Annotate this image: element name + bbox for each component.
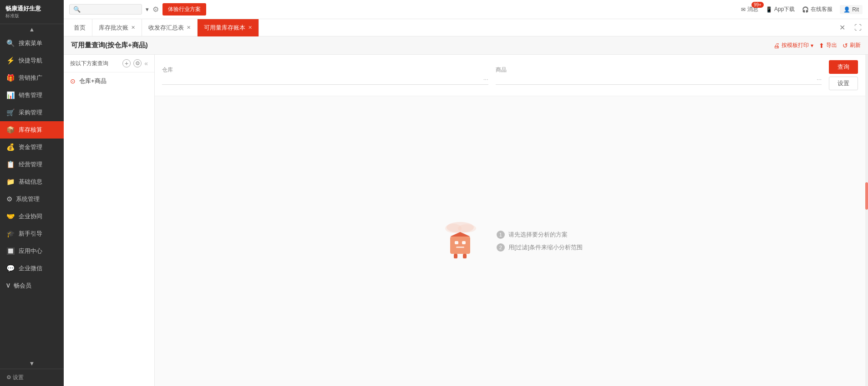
tab-summary-close[interactable]: ✕: [187, 25, 191, 31]
page-header: 可用量查询(按仓库+商品) 🖨 按模板打印 ▾ ⬆ 导出 ↺ 刷新: [64, 36, 868, 55]
sidebar-item-label: 营销推广: [19, 74, 42, 82]
sidebar-item-collab[interactable]: 🤝 企业协同: [0, 208, 64, 225]
filter-panel: 按以下方案查询 + ⚙ « ⊙ 仓库+商品: [64, 55, 155, 386]
sidebar-item-label: 库存核算: [19, 126, 42, 134]
filter-item-warehouse-product[interactable]: ⊙ 仓库+商品: [64, 72, 154, 90]
settings-btn[interactable]: 设置: [829, 77, 858, 90]
sidebar-item-guide[interactable]: 🎓 新手引导: [0, 225, 64, 242]
export-btn[interactable]: ⬆ 导出: [819, 41, 837, 49]
topbar-search-box[interactable]: 🔍: [69, 4, 142, 15]
query-bar: 仓库 ··· 商品 ··· 查询 设置: [155, 55, 865, 96]
tip-text-2: 用[过滤]条件来缩小分析范围: [508, 243, 583, 252]
tip-num-1: 1: [497, 231, 505, 239]
tab-batch-ledger-close[interactable]: ✕: [131, 25, 135, 31]
warehouse-input[interactable]: [162, 76, 482, 82]
service-btn[interactable]: 🎧 在线客服: [802, 5, 832, 13]
user-menu[interactable]: 👤 Rit: [840, 5, 863, 14]
sidebar-item-inventory[interactable]: 📦 库存核算: [0, 121, 64, 139]
scroll-down-btn[interactable]: ▼: [0, 358, 64, 369]
sidebar-item-member[interactable]: V 畅会员: [0, 277, 64, 294]
operations-icon: 📋: [6, 160, 15, 169]
sidebar-item-label: 采购管理: [19, 108, 42, 117]
filter-add-btn[interactable]: +: [122, 59, 131, 67]
sidebar-item-search[interactable]: 🔍 搜索菜单: [0, 35, 64, 52]
app-download-btn[interactable]: 📱 App下载: [766, 5, 795, 13]
svg-rect-9: [463, 254, 467, 258]
headset-icon: 🎧: [802, 6, 809, 13]
export-icon: ⬆: [819, 42, 824, 49]
wechat-icon: 💬: [6, 264, 15, 273]
svg-rect-6: [462, 241, 466, 244]
tab-available-stock[interactable]: 可用量库存账本 ✕: [198, 19, 259, 36]
filter-collapse-btn[interactable]: «: [144, 60, 148, 67]
scroll-up-btn[interactable]: ▲: [0, 24, 64, 35]
tabs-actions: ✕ ⛶: [837, 22, 864, 33]
basic-icon: 📁: [6, 178, 15, 186]
app-label: App下载: [774, 5, 795, 13]
sidebar-item-label: 新手引导: [19, 230, 42, 238]
sidebar-item-label: 企业协同: [19, 212, 42, 221]
warehouse-more-btn[interactable]: ···: [483, 76, 488, 82]
finance-icon: 💰: [6, 143, 15, 151]
empty-tip-2: 2 用[过滤]条件来缩小分析范围: [497, 243, 583, 252]
sidebar-item-marketing[interactable]: 🎁 营销推广: [0, 69, 64, 87]
tab-batch-ledger-label: 库存批次账: [99, 24, 128, 32]
user-name: Rit: [852, 6, 859, 13]
msg-icon: ✉: [741, 6, 746, 13]
sidebar-item-finance[interactable]: 💰 资金管理: [0, 139, 64, 156]
collab-icon: 🤝: [6, 212, 15, 221]
tab-available-stock-label: 可用量库存账本: [204, 24, 245, 32]
query-btn[interactable]: 查询: [829, 60, 858, 74]
tab-expand-btn[interactable]: ⛶: [852, 23, 864, 33]
sidebar-item-label: 基础信息: [19, 178, 42, 186]
tip-text-1: 请先选择要分析的方案: [508, 231, 568, 239]
print-label: 按模板打印: [782, 41, 809, 49]
app-version: 标准版: [5, 13, 58, 19]
sidebar-item-wechat[interactable]: 💬 企业微信: [0, 260, 64, 277]
product-input-container: ···: [496, 76, 822, 85]
industry-btn[interactable]: 体验行业方案: [162, 3, 206, 15]
tab-available-stock-close[interactable]: ✕: [248, 25, 252, 31]
sidebar-item-label: 系统管理: [16, 195, 40, 203]
sidebar-item-purchase[interactable]: 🛒 采购管理: [0, 104, 64, 121]
quicknav-icon: ⚡: [6, 57, 15, 65]
inventory-icon: 📦: [6, 126, 15, 134]
refresh-icon: ↺: [843, 42, 848, 49]
msg-btn[interactable]: ✉ 消息 99+: [741, 5, 758, 13]
sidebar-item-appcenter[interactable]: 🔲 应用中心: [0, 242, 64, 260]
guide-icon: 🎓: [6, 230, 15, 238]
product-label: 商品: [496, 66, 822, 74]
sidebar-item-label: 搜索菜单: [19, 39, 42, 47]
tab-batch-ledger[interactable]: 库存批次账 ✕: [92, 19, 142, 36]
sidebar-item-label: 应用中心: [19, 247, 42, 255]
print-icon: 🖨: [773, 42, 780, 49]
sidebar-item-sales[interactable]: 📊 销售管理: [0, 87, 64, 104]
print-btn[interactable]: 🖨 按模板打印 ▾: [773, 41, 813, 49]
product-input[interactable]: [496, 76, 815, 82]
tab-summary[interactable]: 收发存汇总表 ✕: [142, 19, 198, 36]
marketing-icon: 🎁: [6, 74, 15, 82]
tab-home-label: 首页: [74, 24, 86, 32]
topbar-dropdown[interactable]: ▾: [146, 6, 149, 13]
sidebar-item-quicknav[interactable]: ⚡ 快捷导航: [0, 52, 64, 69]
sales-icon: 📊: [6, 91, 15, 99]
filter-settings-btn[interactable]: ⚙: [133, 59, 142, 67]
sidebar-item-system[interactable]: ⚙ 系统管理: [0, 190, 64, 208]
sidebar-item-basic[interactable]: 📁 基础信息: [0, 173, 64, 190]
tab-close-all-btn[interactable]: ✕: [837, 22, 848, 33]
product-more-btn[interactable]: ···: [817, 76, 822, 82]
sidebar-item-operations[interactable]: 📋 经营管理: [0, 156, 64, 173]
sidebar-item-label: 畅会员: [14, 282, 31, 290]
refresh-label: 刷新: [850, 41, 861, 49]
topbar-search-icon: 🔍: [73, 6, 81, 13]
member-icon: V: [6, 283, 10, 289]
refresh-btn[interactable]: ↺ 刷新: [843, 41, 861, 49]
topbar-gear-icon[interactable]: ⚙: [152, 5, 159, 14]
filter-item-label: 仓库+商品: [79, 77, 107, 85]
topbar-search-input[interactable]: [82, 6, 132, 13]
appcenter-icon: 🔲: [6, 247, 15, 255]
filter-header-title: 按以下方案查询: [70, 60, 108, 67]
sidebar-item-label: 资金管理: [19, 143, 42, 151]
tab-home[interactable]: 首页: [67, 19, 92, 36]
sidebar-bottom-settings[interactable]: ⚙ 设置: [0, 369, 64, 386]
